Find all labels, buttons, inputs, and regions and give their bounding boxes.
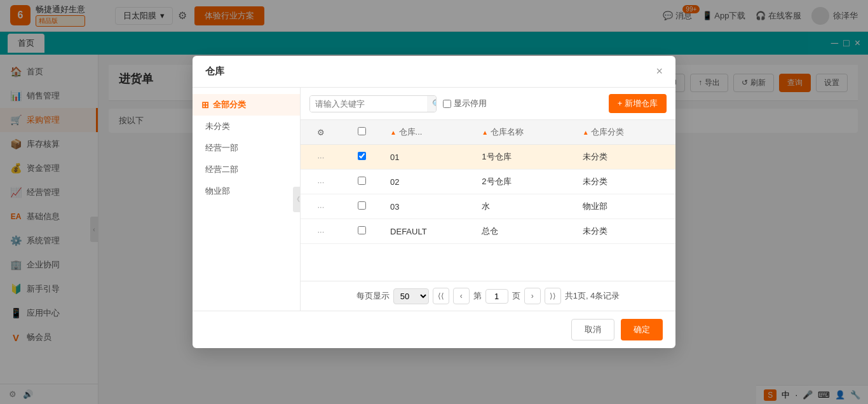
row-ellipsis[interactable]: ··· bbox=[317, 152, 324, 162]
pagination-bar: 每页显示 50 10 20 100 ⟨⟨ ‹ 第 页 › ⟩⟩ 共1页, 4条记… bbox=[301, 281, 675, 311]
row-gear[interactable]: ··· bbox=[301, 194, 341, 219]
page-unit-label: 页 bbox=[512, 290, 520, 302]
row-checkbox[interactable] bbox=[358, 226, 366, 234]
row-gear[interactable]: ··· bbox=[301, 170, 341, 194]
show-disabled-checkbox-label[interactable]: 显示停用 bbox=[443, 98, 487, 109]
row-checkbox-cell bbox=[341, 170, 383, 194]
row-category: 未分类 bbox=[575, 170, 675, 194]
cancel-button[interactable]: 取消 bbox=[571, 319, 614, 340]
warehouse-modal: 仓库 × ⊞ 全部分类 未分类 经营一部 经营二部 物业部 《 🔍 bbox=[193, 56, 675, 348]
category-tree-panel: ⊞ 全部分类 未分类 经营一部 经营二部 物业部 《 bbox=[193, 88, 301, 311]
col-code-sort-icon: ▲ bbox=[390, 129, 397, 136]
row-name: 水 bbox=[474, 194, 574, 219]
row-num: 02 bbox=[383, 170, 474, 194]
show-disabled-label: 显示停用 bbox=[454, 98, 487, 109]
row-name: 2号仓库 bbox=[474, 170, 574, 194]
row-ellipsis[interactable]: ··· bbox=[317, 227, 324, 236]
col-name-sort-icon: ▲ bbox=[482, 129, 488, 136]
col-check bbox=[341, 120, 383, 145]
tree-all-categories[interactable]: ⊞ 全部分类 bbox=[193, 94, 300, 116]
row-name: 1号仓库 bbox=[474, 145, 574, 170]
row-category: 未分类 bbox=[575, 219, 675, 244]
modal-body: ⊞ 全部分类 未分类 经营一部 经营二部 物业部 《 🔍 显示停用 + 新增 bbox=[193, 88, 675, 311]
col-name[interactable]: ▲ 仓库名称 bbox=[474, 120, 574, 145]
first-page-button[interactable]: ⟨⟨ bbox=[433, 288, 449, 304]
row-checkbox[interactable] bbox=[358, 177, 366, 185]
table-row[interactable]: ··· 02 2号仓库 未分类 bbox=[301, 170, 675, 194]
grid-icon: ⊞ bbox=[201, 100, 209, 110]
modal-title: 仓库 bbox=[205, 65, 224, 77]
row-category: 物业部 bbox=[575, 194, 675, 219]
tree-panel-collapse-btn[interactable]: 《 bbox=[293, 187, 301, 212]
per-page-label: 每页显示 bbox=[356, 290, 390, 302]
add-warehouse-button[interactable]: + 新增仓库 bbox=[609, 94, 667, 113]
show-disabled-checkbox[interactable] bbox=[443, 100, 451, 108]
per-page-select[interactable]: 50 10 20 100 bbox=[393, 288, 429, 304]
tree-item-property[interactable]: 物业部 bbox=[193, 180, 300, 202]
select-all-checkbox[interactable] bbox=[358, 127, 366, 135]
tree-item-unclassified[interactable]: 未分类 bbox=[193, 116, 300, 137]
row-num: DEFAULT bbox=[383, 219, 474, 244]
row-gear[interactable]: ··· bbox=[301, 145, 341, 170]
search-input[interactable] bbox=[310, 96, 427, 112]
page-number-input[interactable] bbox=[485, 289, 508, 304]
row-checkbox-cell bbox=[341, 219, 383, 244]
search-input-wrap: 🔍 bbox=[309, 95, 437, 112]
col-gear: ⚙ bbox=[301, 120, 341, 145]
modal-close-button[interactable]: × bbox=[656, 65, 663, 78]
table-row[interactable]: ··· 03 水 物业部 bbox=[301, 194, 675, 219]
page-summary: 共1页, 4条记录 bbox=[565, 290, 620, 302]
table-row[interactable]: ··· DEFAULT 总仓 未分类 bbox=[301, 219, 675, 244]
row-checkbox[interactable] bbox=[358, 152, 366, 160]
next-page-button[interactable]: › bbox=[524, 288, 541, 304]
row-checkbox-cell bbox=[341, 194, 383, 219]
row-num: 03 bbox=[383, 194, 474, 219]
page-di-label: 第 bbox=[473, 290, 482, 302]
row-category: 未分类 bbox=[575, 145, 675, 170]
col-category[interactable]: ▲ 仓库分类 bbox=[575, 120, 675, 145]
col-code[interactable]: ▲ 仓库... bbox=[383, 120, 474, 145]
warehouse-toolbar: 🔍 显示停用 + 新增仓库 bbox=[301, 88, 675, 120]
warehouse-right-panel: 🔍 显示停用 + 新增仓库 ⚙ bbox=[301, 88, 675, 311]
row-checkbox[interactable] bbox=[358, 201, 366, 210]
row-ellipsis[interactable]: ··· bbox=[317, 177, 324, 187]
search-icon[interactable]: 🔍 bbox=[427, 96, 437, 112]
row-name: 总仓 bbox=[474, 219, 574, 244]
prev-page-button[interactable]: ‹ bbox=[453, 288, 470, 304]
row-checkbox-cell bbox=[341, 145, 383, 170]
col-cat-sort-icon: ▲ bbox=[583, 129, 589, 136]
last-page-button[interactable]: ⟩⟩ bbox=[545, 288, 561, 304]
modal-header: 仓库 × bbox=[193, 56, 675, 88]
row-ellipsis[interactable]: ··· bbox=[317, 202, 324, 212]
modal-footer: 取消 确定 bbox=[193, 311, 675, 348]
tree-all-label: 全部分类 bbox=[213, 99, 246, 111]
warehouse-table: ⚙ ▲ 仓库... ▲ 仓库名称 bbox=[301, 120, 675, 281]
confirm-button[interactable]: 确定 bbox=[621, 319, 663, 340]
tree-item-dept2[interactable]: 经营二部 bbox=[193, 159, 300, 180]
row-num: 01 bbox=[383, 145, 474, 170]
table-row[interactable]: ··· 01 1号仓库 未分类 bbox=[301, 145, 675, 170]
tree-item-dept1[interactable]: 经营一部 bbox=[193, 137, 300, 159]
row-gear[interactable]: ··· bbox=[301, 219, 341, 244]
